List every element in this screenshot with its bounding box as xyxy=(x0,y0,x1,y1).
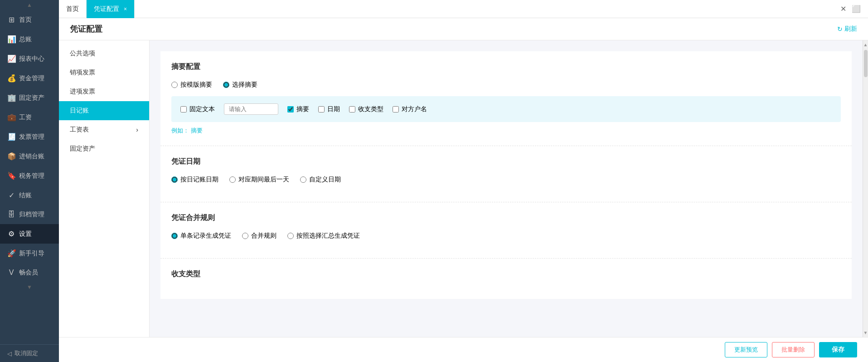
left-nav-purchase[interactable]: 进项发票 xyxy=(59,82,149,101)
left-nav-sales[interactable]: 销项发票 xyxy=(59,63,149,82)
sidebar-item-ledger[interactable]: 📊 总账 xyxy=(0,29,59,49)
sidebar-item-close[interactable]: ✓ 结账 xyxy=(0,186,59,205)
radio-select-abstract-input[interactable] xyxy=(223,82,229,88)
radio-last-day[interactable]: 对应期间最后一天 xyxy=(229,176,289,184)
radio-merge-rule-input[interactable] xyxy=(242,233,248,239)
section-abstract: 摘要配置 按模版摘要 选择摘要 xyxy=(160,51,852,146)
tab-voucher[interactable]: 凭证配置 × xyxy=(87,0,135,18)
window-close-button[interactable]: ✕ xyxy=(840,5,846,13)
tab-bar: 首页 凭证配置 × ✕ ⬜ xyxy=(59,0,868,18)
close-books-icon: ✓ xyxy=(7,191,15,200)
tax-icon: 🔖 xyxy=(7,171,15,180)
window-maximize-button[interactable]: ⬜ xyxy=(852,5,861,13)
sidebar-pin-toggle[interactable]: ◁ 取消固定 xyxy=(0,344,59,362)
left-nav-public-label: 公共选项 xyxy=(70,49,95,58)
batch-delete-button[interactable]: 批量删除 xyxy=(772,342,815,357)
sidebar-item-fund[interactable]: 💰 资金管理 xyxy=(0,68,59,88)
checkbox-date[interactable]: 日期 xyxy=(318,105,340,113)
radio-template-abstract-input[interactable] xyxy=(171,82,178,88)
radio-template-abstract[interactable]: 按模版摘要 xyxy=(171,81,212,89)
update-preview-button[interactable]: 更新预览 xyxy=(725,342,767,357)
checkbox-income-type-input[interactable] xyxy=(349,106,355,113)
radio-summary-input[interactable] xyxy=(287,233,294,239)
radio-single-input[interactable] xyxy=(171,233,178,239)
scroll-up-arrow[interactable]: ▲ xyxy=(863,40,868,49)
scrollbar[interactable]: ▲ ▼ xyxy=(863,40,868,337)
scroll-down-arrow[interactable]: ▼ xyxy=(863,328,868,337)
example-prefix: 例如： xyxy=(171,127,189,134)
section-income-type: 收支类型 xyxy=(160,259,852,299)
checkbox-counterparty-label: 对方户名 xyxy=(402,105,427,113)
radio-merge-rule[interactable]: 合并规则 xyxy=(242,232,276,240)
sidebar-item-salary-label: 工资 xyxy=(19,113,32,122)
left-nav-purchase-label: 进项发票 xyxy=(70,88,95,96)
checkbox-income-type[interactable]: 收支类型 xyxy=(349,105,383,113)
sidebar-item-archive[interactable]: 🗄 归档管理 xyxy=(0,205,59,224)
radio-last-day-input[interactable] xyxy=(229,176,236,183)
sidebar-scroll-down[interactable]: ▼ xyxy=(0,282,59,292)
left-nav-public[interactable]: 公共选项 xyxy=(59,44,149,63)
section-abstract-title: 摘要配置 xyxy=(171,62,841,72)
window-controls: ✕ ⬜ xyxy=(840,5,868,13)
refresh-label: 刷新 xyxy=(844,25,857,33)
radio-single[interactable]: 单条记录生成凭证 xyxy=(171,232,231,240)
content-layout: 公共选项 销项发票 进项发票 日记账 工资表 › 固定资产 xyxy=(59,40,868,337)
left-nav-fixed-asset[interactable]: 固定资产 xyxy=(59,139,149,158)
radio-custom-date-input[interactable] xyxy=(300,176,306,183)
left-nav-payroll[interactable]: 工资表 › xyxy=(59,120,149,139)
sidebar-item-salary[interactable]: 💼 工资 xyxy=(0,108,59,127)
radio-journal-date[interactable]: 按日记账日期 xyxy=(171,176,218,184)
checkbox-counterparty-input[interactable] xyxy=(393,106,399,113)
pin-icon: ◁ xyxy=(7,350,12,357)
purchase-icon: 📦 xyxy=(7,152,15,161)
sidebar-item-invoice[interactable]: 🧾 发票管理 xyxy=(0,127,59,147)
section-date-title: 凭证日期 xyxy=(171,157,841,166)
left-nav-journal[interactable]: 日记账 xyxy=(59,101,149,120)
save-button[interactable]: 保存 xyxy=(819,342,857,357)
checkbox-fixed-text-input[interactable] xyxy=(180,106,187,113)
radio-journal-date-input[interactable] xyxy=(171,176,178,183)
radio-select-abstract-label: 选择摘要 xyxy=(232,81,257,89)
sidebar-item-home[interactable]: ⊞ 首页 xyxy=(0,10,59,29)
checkbox-abstract[interactable]: 摘要 xyxy=(287,105,309,113)
sidebar-item-close-label: 结账 xyxy=(19,191,32,200)
radio-summary[interactable]: 按照选择汇总生成凭证 xyxy=(287,232,360,240)
merge-radio-group: 单条记录生成凭证 合并规则 按照选择汇总生成凭证 xyxy=(171,232,841,240)
sidebar-item-guide[interactable]: 🚀 新手引导 xyxy=(0,244,59,263)
example-text: 例如： 摘要 xyxy=(171,127,841,135)
tab-home[interactable]: 首页 xyxy=(59,0,87,18)
sidebar-item-vip[interactable]: V 畅会员 xyxy=(0,263,59,282)
checkbox-counterparty[interactable]: 对方户名 xyxy=(393,105,427,113)
sidebar-item-purchase[interactable]: 📦 进销台账 xyxy=(0,147,59,166)
left-nav-payroll-label: 工资表 xyxy=(70,126,89,134)
checkbox-fixed-text[interactable]: 固定文本 xyxy=(180,105,215,113)
section-income-type-title: 收支类型 xyxy=(171,269,841,279)
salary-icon: 💼 xyxy=(7,113,15,122)
radio-merge-rule-label: 合并规则 xyxy=(251,232,276,240)
checkbox-date-input[interactable] xyxy=(318,106,325,113)
sidebar-item-fund-label: 资金管理 xyxy=(19,74,44,83)
radio-custom-date[interactable]: 自定义日期 xyxy=(300,176,341,184)
payroll-expand-icon: › xyxy=(136,126,138,133)
example-value: 摘要 xyxy=(191,127,203,134)
refresh-button[interactable]: ↻ 刷新 xyxy=(837,25,857,33)
section-merge: 凭证合并规则 单条记录生成凭证 合并规则 xyxy=(160,202,852,259)
sidebar-item-asset[interactable]: 🏢 固定资产 xyxy=(0,88,59,108)
radio-select-abstract[interactable]: 选择摘要 xyxy=(223,81,257,89)
tab-voucher-label: 凭证配置 xyxy=(94,5,119,13)
fixed-text-input[interactable] xyxy=(224,103,278,115)
scroll-thumb[interactable] xyxy=(864,50,868,77)
sidebar-pin-label: 取消固定 xyxy=(15,349,38,357)
sidebar-scroll-up[interactable]: ▲ xyxy=(0,0,59,10)
sidebar-item-report[interactable]: 📈 报表中心 xyxy=(0,49,59,68)
invoice-icon: 🧾 xyxy=(7,132,15,141)
tab-voucher-close[interactable]: × xyxy=(124,6,127,12)
radio-journal-date-label: 按日记账日期 xyxy=(180,176,218,184)
checkbox-abstract-input[interactable] xyxy=(287,106,294,113)
radio-summary-label: 按照选择汇总生成凭证 xyxy=(296,232,360,240)
sidebar-item-settings[interactable]: ⚙ 设置 xyxy=(0,224,59,244)
bottom-action-bar: 更新预览 批量删除 保存 xyxy=(59,337,868,362)
abstract-radio-group: 按模版摘要 选择摘要 xyxy=(171,81,841,89)
sidebar-item-tax[interactable]: 🔖 税务管理 xyxy=(0,166,59,186)
home-icon: ⊞ xyxy=(7,15,15,24)
